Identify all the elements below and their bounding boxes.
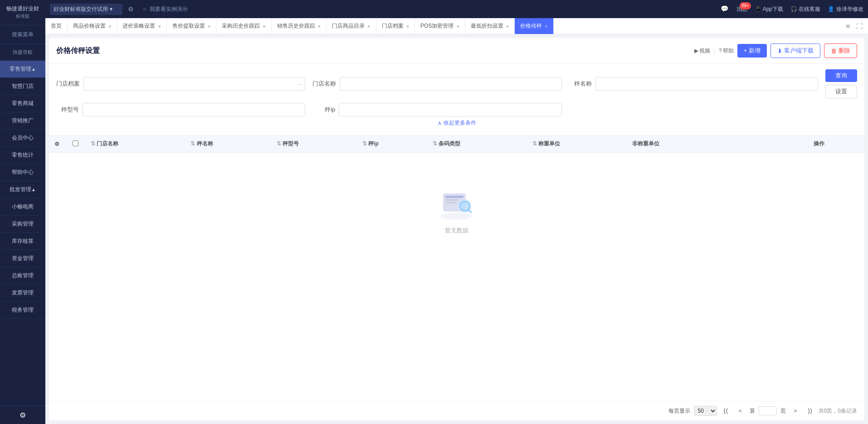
table-area: ⚙ ⇅ 门店名称 ⇅ 秤名称 ⇅ <box>49 135 864 401</box>
per-page-label: 每页显示 <box>668 407 690 415</box>
arrow-icon: ▲ <box>31 67 36 72</box>
message-badge[interactable]: 💬 99+ 消息 <box>721 5 747 13</box>
close-tab-purchase-strategy-icon[interactable]: × <box>158 24 161 29</box>
tab-min-discount[interactable]: 最低折扣设置× <box>465 18 515 34</box>
empty-state: 暂无数据 <box>49 153 864 262</box>
sidebar-item-member-center[interactable]: 会员中心 <box>0 130 45 147</box>
sort-icon[interactable]: ⇅ <box>362 140 367 147</box>
page-total-info: 共0页，0条记录 <box>819 407 857 415</box>
settings-button[interactable]: 设置 <box>825 85 857 98</box>
app-download-link[interactable]: 📱 App下载 <box>755 5 783 13</box>
tabs-bar: 首页商品价格设置×进价策略设置×售价提取设置×采购历史价跟踪×销售历史价跟踪×门… <box>45 18 868 34</box>
th-non-weight-unit: 非称重单位 <box>627 135 808 153</box>
th-checkbox <box>67 135 85 153</box>
user-icon: 👤 <box>828 6 834 12</box>
sort-icon[interactable]: ⇅ <box>190 140 195 147</box>
maximize-tab-button[interactable]: ⛶ <box>854 22 864 31</box>
delete-button[interactable]: 🗑 删除 <box>824 43 857 58</box>
page-number-input[interactable]: 1 <box>759 406 777 415</box>
filter-row-2: 秤型号 秤ip <box>56 103 857 116</box>
table-body: 暂无数据 <box>49 153 864 262</box>
ellipsis-icon[interactable]: ··· <box>297 81 302 87</box>
header-settings-button[interactable]: ⚙ <box>126 4 136 14</box>
page-actions: ▶ 视频 | ? 帮助 + 新增 ⬇ 客户端下载 🗑 删除 <box>694 43 857 58</box>
tab-sale-extract[interactable]: 售价提取设置× <box>167 18 216 34</box>
prev-page-button[interactable]: ＜ <box>734 406 746 416</box>
store-profile-input[interactable] <box>83 77 305 91</box>
svg-rect-3 <box>445 199 459 201</box>
scale-model-input[interactable] <box>83 103 305 116</box>
tab-store-catalog[interactable]: 门店商品目录× <box>327 18 376 34</box>
close-tab-product-price-icon[interactable]: × <box>108 24 111 29</box>
close-tab-button[interactable]: ✕ <box>844 22 853 31</box>
close-tab-min-discount-icon[interactable]: × <box>506 24 509 29</box>
sidebar-quick-nav: 快捷导航 <box>0 44 45 61</box>
query-button[interactable]: 查询 <box>825 69 857 82</box>
query-settings-buttons: 查询 设置 <box>825 69 857 98</box>
per-page-select[interactable]: 50 100 200 <box>694 406 717 416</box>
filter-scale-model: 秤型号 <box>56 103 305 116</box>
page-container: 价格传秤设置 ▶ 视频 | ? 帮助 + 新增 ⬇ 客户端下载 🗑 <box>49 38 864 420</box>
empty-illustration <box>434 180 479 226</box>
sidebar-item-retail-mall[interactable]: 零售商城 <box>0 95 45 112</box>
close-tab-store-catalog-icon[interactable]: × <box>367 24 370 29</box>
tab-product-price[interactable]: 商品价格设置× <box>68 18 117 34</box>
select-all-checkbox[interactable] <box>73 140 78 146</box>
th-store-name: ⇅ 门店名称 <box>85 135 185 153</box>
sort-icon[interactable]: ⇅ <box>277 140 281 147</box>
tab-store-profile[interactable]: 门店档案× <box>376 18 415 34</box>
sort-icon[interactable]: ⇅ <box>433 140 437 147</box>
download-client-button[interactable]: ⬇ 客户端下载 <box>770 43 820 58</box>
sidebar-item-invoice[interactable]: 发票管理 <box>0 284 45 302</box>
sidebar-item-tax[interactable]: 税务管理 <box>0 302 45 319</box>
video-link[interactable]: ▶ 视频 <box>694 47 710 55</box>
scale-ip-label: 秤ip <box>312 106 335 114</box>
tab-pos-mgmt[interactable]: POS加密管理× <box>415 18 465 34</box>
store-name-input[interactable] <box>340 77 561 91</box>
last-page-button[interactable]: ⟩⟩ <box>805 406 815 415</box>
search-menu-button[interactable]: 搜索菜单 <box>4 29 42 40</box>
sidebar-item-wholesale-mgmt[interactable]: 批发管理▲ <box>0 181 45 198</box>
sidebar-item-smart-store[interactable]: 智慧门店 <box>0 78 45 95</box>
close-tab-sale-extract-icon[interactable]: × <box>208 24 210 29</box>
close-tab-sale-history-icon[interactable]: × <box>318 24 321 29</box>
next-page-button[interactable]: ＞ <box>790 406 801 416</box>
close-tab-store-profile-icon[interactable]: × <box>406 24 409 29</box>
tab-sale-history[interactable]: 销售历史价跟踪× <box>272 18 327 34</box>
close-tab-price-scale-icon[interactable]: × <box>545 24 547 29</box>
close-tab-purchase-history-icon[interactable]: × <box>263 24 265 29</box>
close-tab-pos-mgmt-icon[interactable]: × <box>456 24 459 29</box>
sidebar-item-marketing[interactable]: 营销推广 <box>0 112 45 130</box>
user-menu[interactable]: 👤 徐泽华修改 <box>828 5 863 13</box>
sidebar-item-inventory[interactable]: 库存核算 <box>0 233 45 250</box>
tab-home[interactable]: 首页 <box>45 18 68 34</box>
add-button[interactable]: + 新增 <box>737 44 767 58</box>
sort-icon[interactable]: ⇅ <box>532 140 537 147</box>
sidebar-item-gl[interactable]: 总账管理 <box>0 267 45 284</box>
header-version-dropdown[interactable]: 好业财标准版交付试用 ▾ <box>50 4 122 15</box>
first-page-button[interactable]: ⟨⟨ <box>721 406 731 415</box>
sidebar-item-retail-mgmt[interactable]: 零售管理▲ <box>0 61 45 78</box>
help-link[interactable]: ? 帮助 <box>719 47 734 55</box>
sidebar-search[interactable]: 搜索菜单 <box>0 25 45 44</box>
collapse-button[interactable]: ∧ 收起更多条件 <box>56 116 857 130</box>
online-service-link[interactable]: 🎧 在线客服 <box>790 5 820 13</box>
sidebar-item-help-center[interactable]: 帮助中心 <box>0 164 45 181</box>
table-header: ⚙ ⇅ 门店名称 ⇅ 秤名称 ⇅ <box>49 135 864 153</box>
th-settings[interactable]: ⚙ <box>49 135 67 153</box>
sidebar-item-finance[interactable]: 资金管理 <box>0 250 45 267</box>
sidebar-settings[interactable]: ⚙ <box>0 406 45 424</box>
sidebar-item-xiaochang-ec[interactable]: 小畅电商 <box>0 198 45 216</box>
page-label: 算 <box>750 407 755 415</box>
scale-name-input[interactable] <box>595 77 818 91</box>
scale-ip-input[interactable] <box>339 103 561 116</box>
menu-label: 零售管理 <box>10 66 31 72</box>
tab-price-scale[interactable]: 价格传秤× <box>515 18 553 34</box>
tab-purchase-history[interactable]: 采购历史价跟踪× <box>216 18 271 34</box>
app-download-icon: 📱 <box>755 6 761 12</box>
sidebar-item-retail-stats[interactable]: 零售统计 <box>0 147 45 164</box>
sidebar-item-purchase-mgmt[interactable]: 采购管理 <box>0 216 45 233</box>
demo-link[interactable]: ○ 我要看实例演示 <box>143 5 188 13</box>
sort-icon[interactable]: ⇅ <box>91 140 95 147</box>
tab-purchase-strategy[interactable]: 进价策略设置× <box>117 18 166 34</box>
